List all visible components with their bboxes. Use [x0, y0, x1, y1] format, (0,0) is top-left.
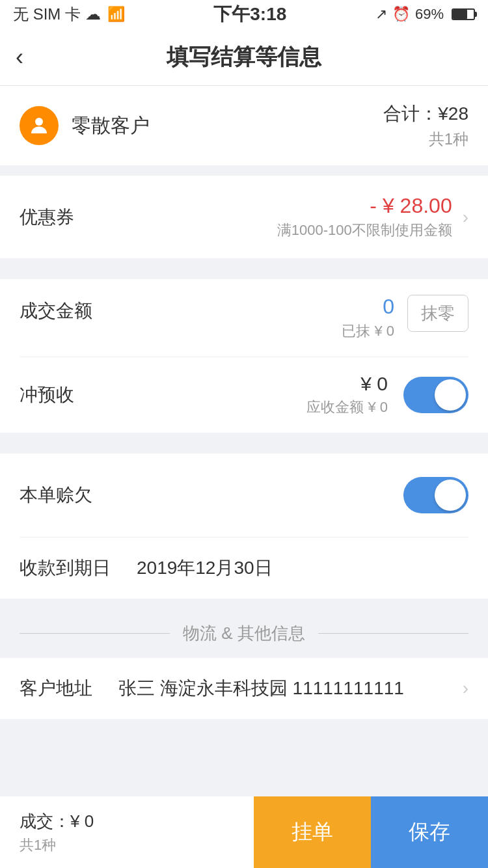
- customer-count: 共1种: [383, 129, 468, 150]
- back-button[interactable]: ‹: [16, 44, 23, 71]
- main-content: 零散客户 合计：¥28 共1种 优惠券 - ¥ 28.00 满1000-100不…: [0, 86, 488, 807]
- bottom-info: 成交：¥ 0 共1种: [0, 810, 254, 855]
- bottom-count: 共1种: [20, 835, 234, 855]
- deal-amount-sub: 已抹 ¥ 0: [342, 321, 394, 341]
- battery-icon: [452, 8, 475, 20]
- prepay-label: 冲预收: [20, 383, 74, 407]
- prepay-toggle-knob: [435, 379, 466, 411]
- prepay-row: 冲预收 ¥ 0 应收金额 ¥ 0: [0, 357, 488, 433]
- prepay-right: ¥ 0 应收金额 ¥ 0: [306, 373, 468, 417]
- round-zero-button[interactable]: 抹零: [407, 295, 468, 332]
- address-value: 张三 海淀永丰科技园 11111111111: [118, 676, 463, 701]
- coupon-value-block: - ¥ 28.00 满1000-100不限制使用金额: [277, 194, 452, 240]
- prepay-value-block: ¥ 0 应收金额 ¥ 0: [306, 373, 388, 417]
- status-time: 下午3:18: [213, 2, 286, 27]
- coupon-label: 优惠券: [20, 205, 74, 230]
- logistics-line-left: [20, 633, 170, 634]
- credit-label: 本单赊欠: [20, 483, 92, 508]
- bottom-bar: 成交：¥ 0 共1种 挂单 保存: [0, 796, 488, 868]
- alarm-icon: ⏰: [392, 6, 410, 23]
- battery-label: 69%: [415, 6, 444, 23]
- logistics-header: 物流 & 其他信息: [0, 609, 488, 658]
- credit-section: 本单赊欠 收款到期日 2019年12月30日: [0, 454, 488, 599]
- due-date-row[interactable]: 收款到期日 2019年12月30日: [0, 537, 488, 599]
- logistics-label: 物流 & 其他信息: [183, 622, 305, 645]
- hang-button[interactable]: 挂单: [254, 796, 371, 868]
- customer-total: 合计：¥28: [383, 102, 468, 126]
- deal-amount-value[interactable]: 0: [342, 295, 394, 319]
- section-separator-2: [0, 443, 488, 454]
- due-date-value: 2019年12月30日: [137, 556, 273, 580]
- bottom-deal-value: ¥ 0: [70, 811, 94, 831]
- address-label: 客户地址: [20, 676, 92, 701]
- page-title: 填写结算等信息: [167, 42, 321, 72]
- svg-point-0: [35, 118, 43, 126]
- customer-avatar: [20, 106, 59, 145]
- bottom-deal-label: 成交：¥ 0: [20, 810, 234, 833]
- status-right: ↗ ⏰ 69%: [375, 6, 475, 23]
- coupon-row[interactable]: 优惠券 - ¥ 28.00 满1000-100不限制使用金额 ›: [0, 176, 488, 258]
- save-button[interactable]: 保存: [371, 796, 488, 868]
- customer-left: 零散客户: [20, 106, 150, 145]
- sim-label: 无 SIM 卡 ☁: [13, 4, 101, 25]
- deal-amount-label: 成交金额: [20, 295, 92, 323]
- customer-right: 合计：¥28 共1种: [383, 102, 468, 150]
- credit-toggle-knob: [435, 480, 466, 511]
- customer-name: 零散客户: [72, 113, 150, 139]
- customer-row: 零散客户 合计：¥28 共1种: [0, 86, 488, 165]
- deal-amount-input-block: 0 已抹 ¥ 0: [342, 295, 394, 341]
- location-icon: ↗: [375, 6, 387, 23]
- coupon-chevron-icon: ›: [463, 207, 468, 228]
- prepay-sub: 应收金额 ¥ 0: [306, 398, 388, 417]
- status-bar: 无 SIM 卡 ☁ 📶 下午3:18 ↗ ⏰ 69%: [0, 0, 488, 29]
- status-left: 无 SIM 卡 ☁ 📶: [13, 4, 125, 25]
- address-chevron-icon: ›: [463, 678, 468, 699]
- deal-amount-right: 0 已抹 ¥ 0 抹零: [342, 295, 468, 341]
- credit-row: 本单赊欠: [0, 454, 488, 537]
- prepay-toggle[interactable]: [403, 377, 468, 413]
- section-separator-1: [0, 269, 488, 279]
- address-row[interactable]: 客户地址 张三 海淀永丰科技园 11111111111 ›: [0, 658, 488, 719]
- due-date-label: 收款到期日: [20, 556, 111, 580]
- customer-section: 零散客户 合计：¥28 共1种: [0, 86, 488, 165]
- prepay-amount: ¥ 0: [306, 373, 388, 395]
- deal-amount-row: 成交金额 0 已抹 ¥ 0 抹零: [0, 279, 488, 357]
- logistics-line-right: [318, 633, 468, 634]
- coupon-value: - ¥ 28.00: [277, 194, 452, 218]
- coupon-right: - ¥ 28.00 满1000-100不限制使用金额 ›: [277, 194, 468, 240]
- person-icon: [27, 114, 51, 137]
- address-section[interactable]: 客户地址 张三 海淀永丰科技园 11111111111 ›: [0, 658, 488, 719]
- wifi-icon: 📶: [107, 6, 125, 23]
- deal-amount-section: 成交金额 0 已抹 ¥ 0 抹零 冲预收 ¥ 0 应收金额 ¥ 0: [0, 279, 488, 433]
- bottom-deal-text: 成交：: [20, 811, 70, 831]
- coupon-section[interactable]: 优惠券 - ¥ 28.00 满1000-100不限制使用金额 ›: [0, 176, 488, 258]
- coupon-subtext: 满1000-100不限制使用金额: [277, 221, 452, 240]
- credit-toggle[interactable]: [403, 477, 468, 513]
- nav-bar: ‹ 填写结算等信息: [0, 29, 488, 86]
